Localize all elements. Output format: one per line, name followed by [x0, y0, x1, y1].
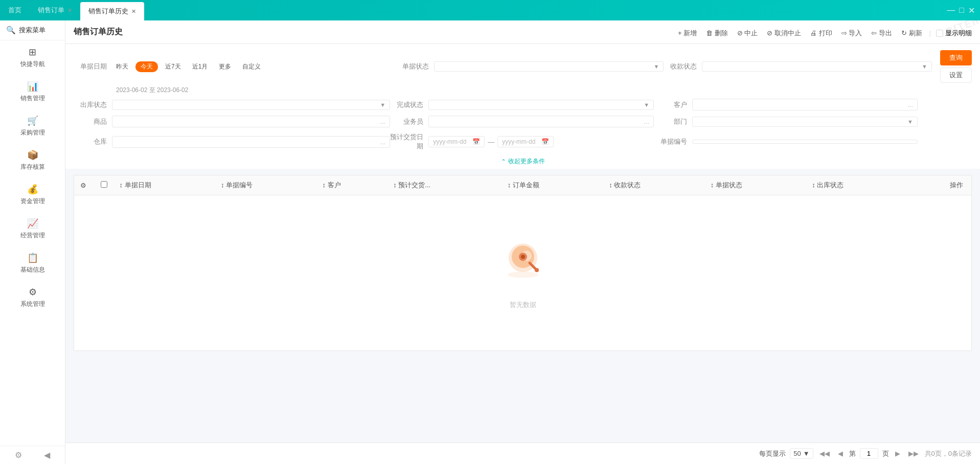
sidebar-item-quick-nav[interactable]: ⊞ 快捷导航 [0, 40, 65, 75]
date-custom[interactable]: 自定义 [238, 61, 265, 72]
out-stock-label: 出库状态 [74, 100, 112, 109]
search-icon: 🔍 [6, 26, 16, 35]
window-close-btn[interactable]: ✕ [968, 6, 975, 15]
date-filter: 昨天 今天 近7天 近1月 更多 自定义 [112, 61, 265, 72]
top-bar: 首页 销售订单 ✕ 销售订单历史 ✕ — □ ✕ [0, 0, 980, 20]
page-header: 销售订单历史 + 新增 🗑 删除 ⊘ 中止 ⊘ 取消中止 🖨 打印 ⇨ 导入 ⇦… [65, 20, 980, 44]
th-customer-label: ↕ 客户 [323, 181, 341, 189]
salesperson-select[interactable]: ... [428, 116, 654, 127]
th-date[interactable]: ↕ 单据日期 [113, 175, 215, 195]
sidebar-item-finance[interactable]: 💰 资金管理 [0, 178, 65, 212]
tab-sales-order-history[interactable]: 销售订单历史 ✕ [80, 2, 144, 20]
customer-label: 客户 [654, 100, 692, 109]
date-yesterday[interactable]: 昨天 [112, 61, 132, 72]
query-button[interactable]: 查询 [940, 50, 972, 65]
close-icon-history[interactable]: ✕ [131, 8, 136, 15]
out-stock-select[interactable]: ▼ [112, 100, 390, 110]
th-voucher-status[interactable]: ↕ 单据状态 [704, 175, 806, 195]
last-page-btn[interactable]: ▶▶ [906, 449, 921, 458]
goods-select[interactable]: ... [112, 116, 390, 127]
dept-select[interactable]: ▼ [692, 117, 918, 127]
refresh-button[interactable]: ↻ 刷新 [899, 28, 924, 39]
grid-icon: ⊞ [29, 47, 36, 58]
collapse-sidebar-icon[interactable]: ◀ [44, 450, 50, 460]
th-no[interactable]: ↕ 单据编号 [215, 175, 316, 195]
first-page-btn[interactable]: ◀◀ [817, 449, 832, 458]
th-out-stock-status[interactable]: ↕ 出库状态 [806, 175, 907, 195]
sidebar-item-sales-mgmt[interactable]: 📊 销售管理 [0, 75, 65, 109]
tab-sales-order[interactable]: 销售订单 ✕ [30, 0, 80, 20]
gear-icon: ⚙ [29, 286, 37, 298]
voucher-status-select[interactable]: ▼ [434, 61, 664, 72]
export-button[interactable]: ⇦ 导出 [869, 28, 894, 39]
date-1month[interactable]: 近1月 [188, 61, 212, 72]
close-icon[interactable]: ✕ [67, 7, 72, 14]
th-checkbox[interactable] [95, 175, 113, 195]
minimize-btn[interactable]: — [947, 6, 955, 15]
select-all-checkbox[interactable] [101, 181, 107, 188]
th-action: 操作 [907, 175, 972, 195]
customer-select[interactable]: ... [692, 99, 918, 111]
empty-state: 暂无数据 [74, 195, 971, 350]
complete-status-select[interactable]: ▼ [428, 100, 654, 110]
svg-point-0 [508, 272, 538, 278]
th-expected-date[interactable]: ↕ 预计交货... [387, 175, 502, 195]
delete-button[interactable]: 🗑 删除 [704, 28, 730, 39]
expected-date-label: 预计交货日期 [390, 132, 428, 151]
customer-ellipsis: ... [907, 101, 913, 108]
collapse-label: 收起更多条件 [508, 157, 545, 166]
date-today[interactable]: 今天 [135, 61, 158, 72]
th-amount-label: ↕ 订单金额 [508, 181, 539, 189]
th-settings[interactable]: ⚙ [74, 175, 95, 195]
filter-settings-button[interactable]: 设置 [940, 68, 972, 83]
page-size-select[interactable]: 50 ▼ [790, 448, 813, 459]
sidebar-item-sys-mgmt[interactable]: ⚙ 系统管理 [0, 280, 65, 315]
complete-status-label: 完成状态 [390, 100, 428, 109]
next-page-btn[interactable]: ▶ [893, 449, 902, 458]
info-icon: 📋 [27, 252, 38, 263]
ops-icon: 📈 [27, 218, 38, 229]
sidebar-item-operations[interactable]: 📈 经营管理 [0, 212, 65, 246]
sidebar-item-purchase-mgmt[interactable]: 🛒 采购管理 [0, 109, 65, 143]
filter-row-4: 仓库 ... 预计交货日期 yyyy-mm-dd 📅 — yyyy-mm-dd [74, 132, 972, 151]
payment-status-select[interactable]: ▼ [702, 61, 932, 72]
collapse-bar[interactable]: ⌃ 收起更多条件 [74, 156, 972, 166]
display-toggle[interactable]: 显示明细 [936, 29, 972, 38]
calendar-icon-from: 📅 [472, 138, 480, 145]
sidebar-item-inventory[interactable]: 📦 库存核算 [0, 143, 65, 178]
toolbar-sep: | [929, 29, 931, 37]
stop-button[interactable]: ⊘ 中止 [735, 28, 760, 39]
chevron-up-icon: ⌃ [501, 158, 506, 165]
th-amount[interactable]: ↕ 订单金额 [502, 175, 603, 195]
new-button[interactable]: + 新增 [676, 28, 699, 39]
filter-section: 单据日期 昨天 今天 近7天 近1月 更多 自定义 单据状态 ▼ [65, 44, 980, 169]
tab-home[interactable]: 首页 [0, 0, 30, 20]
display-checkbox[interactable] [936, 30, 943, 37]
expected-date-from[interactable]: yyyy-mm-dd 📅 [428, 136, 485, 147]
import-button[interactable]: ⇨ 导入 [839, 28, 864, 39]
page-number-input[interactable] [860, 448, 878, 459]
date-more[interactable]: 更多 [215, 61, 235, 72]
cancel-stop-button[interactable]: ⊘ 取消中止 [765, 28, 803, 39]
empty-icon [500, 236, 546, 292]
settings-bottom-icon[interactable]: ⚙ [15, 450, 22, 460]
salesperson-label: 业务员 [390, 117, 428, 126]
th-payment-status[interactable]: ↕ 收款状态 [603, 175, 704, 195]
window-controls: — □ ✕ [947, 6, 980, 15]
date-range-display: 2023-06-02 至 2023-06-02 [116, 86, 188, 95]
chevron-down-icon2: ▼ [922, 63, 927, 70]
prev-page-btn[interactable]: ◀ [836, 449, 845, 458]
sidebar-search[interactable]: 🔍 搜索菜单 [0, 20, 65, 40]
expected-date-to[interactable]: yyyy-mm-dd 📅 [497, 136, 554, 147]
print-button[interactable]: 🖨 打印 [808, 28, 834, 39]
voucher-no-input[interactable] [692, 140, 918, 144]
sidebar-bottom: ⚙ ◀ [0, 446, 65, 464]
sidebar-item-inventory-label: 库存核算 [20, 163, 45, 171]
sidebar-item-base-info[interactable]: 📋 基础信息 [0, 246, 65, 280]
maximize-btn[interactable]: □ [959, 6, 964, 15]
date-7days[interactable]: 近7天 [161, 61, 185, 72]
sidebar: 🔍 搜索菜单 ⊞ 快捷导航 📊 销售管理 🛒 采购管理 📦 库存核算 💰 资金管… [0, 20, 65, 464]
th-customer[interactable]: ↕ 客户 [316, 175, 388, 195]
content-area: 销售订单历史 + 新增 🗑 删除 ⊘ 中止 ⊘ 取消中止 🖨 打印 ⇨ 导入 ⇦… [65, 20, 980, 464]
warehouse-select[interactable]: ... [112, 136, 390, 148]
